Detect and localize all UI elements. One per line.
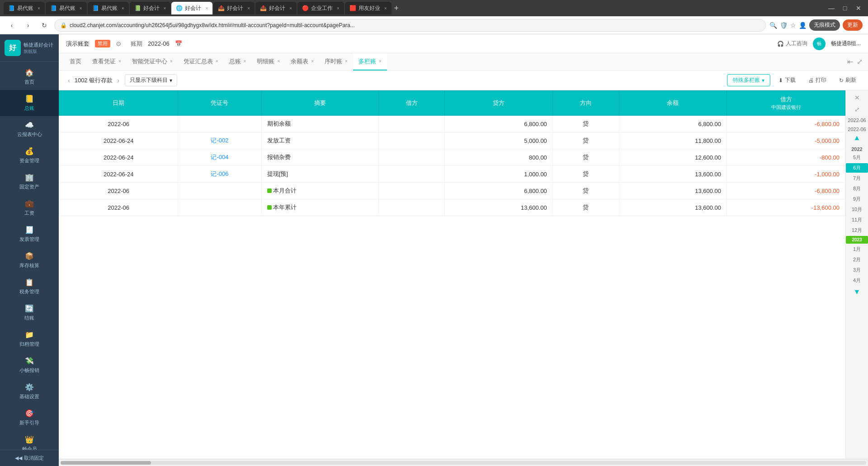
sidebar-item-cloud-report[interactable]: ☁️ 云报表中心 bbox=[0, 116, 59, 142]
tab-smart-voucher[interactable]: 智能凭证中心 × bbox=[127, 53, 178, 71]
scroll-up-button[interactable]: ▲ bbox=[854, 134, 861, 142]
month-item-jul[interactable]: 7月 bbox=[846, 174, 868, 183]
sidebar-item-tax[interactable]: 📋 税务管理 bbox=[0, 273, 59, 300]
scrollbar-thumb[interactable] bbox=[61, 461, 151, 465]
download-button[interactable]: ⬇ 下载 bbox=[774, 75, 800, 86]
sidebar-item-payroll[interactable]: 💼 工资 bbox=[0, 195, 59, 221]
top-bar: 演示账套 禁用 ⚙ 账期 2022-06 📅 🎧 人工咨询 畅 畅捷通B组... bbox=[59, 34, 868, 53]
month-item-jan[interactable]: 1月 bbox=[846, 245, 868, 254]
tab-sequence-ledger-close[interactable]: × bbox=[345, 59, 348, 64]
app-layout: 好 畅捷通好会计 旗舰版 🏠 首页 📒 总账 ☁️ 云报表中心 💰 资金管理 bbox=[0, 34, 868, 466]
print-button[interactable]: 🖨 打印 bbox=[804, 75, 831, 86]
cell-direction: 贷 bbox=[552, 166, 619, 183]
voucher-link[interactable]: 记-006 bbox=[211, 170, 228, 177]
new-tab-button[interactable]: + bbox=[394, 4, 399, 13]
cell-direction: 贷 bbox=[552, 149, 619, 166]
cell-debit-ccb: -5,000.00 bbox=[727, 132, 845, 149]
tab-multi-col[interactable]: 多栏账 × bbox=[353, 53, 387, 71]
month-item-aug[interactable]: 8月 bbox=[846, 184, 868, 193]
tab-balance-sheet[interactable]: 余额表 × bbox=[285, 53, 319, 71]
tab-balance-sheet-close[interactable]: × bbox=[311, 59, 314, 64]
tab-actions: ⇤ ⤢ bbox=[847, 57, 863, 66]
sidebar-item-closing[interactable]: 🔄 结账 bbox=[0, 300, 59, 326]
tab-detail-ledger[interactable]: 明细账 × bbox=[251, 53, 285, 71]
sidebar-item-inventory[interactable]: 📦 库存核算 bbox=[0, 247, 59, 273]
tab-yidaizhang-3[interactable]: 📘 易代账 × bbox=[88, 2, 129, 14]
tab-smart-voucher-close[interactable]: × bbox=[170, 59, 173, 64]
tab-haohuiji-1[interactable]: 📗 好会计 × bbox=[130, 2, 171, 14]
tab-voucher-summary-close[interactable]: × bbox=[216, 59, 218, 64]
collapse-tabs-button[interactable]: ⇤ bbox=[847, 57, 853, 66]
tab-home[interactable]: 首页 bbox=[64, 53, 87, 71]
incognito-button[interactable]: 无痕模式 bbox=[809, 19, 840, 31]
search-icon[interactable]: 🔍 bbox=[769, 22, 777, 29]
tab-multi-col-close[interactable]: × bbox=[379, 59, 382, 64]
tab-view-voucher[interactable]: 查看凭证 × bbox=[87, 53, 127, 71]
reload-button[interactable]: ↻ bbox=[38, 19, 51, 32]
shield-icon[interactable]: 🛡️ bbox=[780, 22, 788, 29]
month-item-may[interactable]: 5月 bbox=[846, 153, 868, 162]
voucher-link[interactable]: 记-004 bbox=[211, 154, 228, 160]
tab-detail-ledger-close[interactable]: × bbox=[277, 59, 280, 64]
url-bar[interactable]: 🔒 cloud2.chanjet.com/accounting/uh26t264… bbox=[54, 19, 766, 32]
tab-enterprise[interactable]: 🔴 企业工作 × bbox=[297, 2, 344, 14]
expand-tabs-button[interactable]: ⤢ bbox=[857, 57, 863, 66]
multi-col-button[interactable]: 特殊多栏账 ▾ bbox=[727, 74, 770, 86]
cell-date: 2022-06-24 bbox=[59, 149, 178, 166]
tab-yidaizhang-1[interactable]: 📘 易代账 × bbox=[4, 2, 45, 14]
minimize-button[interactable]: — bbox=[826, 2, 837, 14]
tab-sequence-ledger[interactable]: 序时账 × bbox=[319, 53, 353, 71]
scroll-down-button[interactable]: ▼ bbox=[854, 288, 861, 296]
sidebar-item-settings[interactable]: ⚙️ 基础设置 bbox=[0, 378, 59, 405]
update-button[interactable]: 更新 bbox=[843, 19, 863, 31]
tab-yidaizhang-2[interactable]: 📘 易代账 × bbox=[46, 2, 87, 14]
account-settings-icon[interactable]: ⚙ bbox=[116, 40, 122, 47]
month-item-jun[interactable]: 6月 bbox=[846, 163, 868, 173]
sidebar-item-ledger[interactable]: 📒 总账 bbox=[0, 90, 59, 116]
consultant-button[interactable]: 🎧 人工咨询 bbox=[777, 40, 807, 47]
month-item-nov[interactable]: 11月 bbox=[846, 215, 868, 225]
sidebar-item-fixed-assets[interactable]: 🏢 固定资产 bbox=[0, 169, 59, 195]
sidebar-item-guide[interactable]: 🎯 新手引导 bbox=[0, 405, 59, 431]
back-button[interactable]: ‹ bbox=[5, 19, 18, 32]
month-item-mar[interactable]: 3月 bbox=[846, 265, 868, 275]
tab-yonyou[interactable]: 🟥 用友好业 × bbox=[345, 2, 392, 14]
profile-icon[interactable]: 👤 bbox=[799, 22, 807, 29]
month-item-dec[interactable]: 12月 bbox=[846, 226, 868, 235]
tab-haohuiji-4[interactable]: 📤 好会计 × bbox=[255, 2, 297, 14]
sidebar-label-invoice: 发票管理 bbox=[19, 236, 39, 243]
forward-button[interactable]: › bbox=[22, 19, 34, 32]
cell-direction: 贷 bbox=[552, 116, 619, 132]
refresh-button[interactable]: ↻ 刷新 bbox=[835, 75, 861, 86]
prev-account-button[interactable]: ‹ bbox=[66, 76, 72, 85]
next-account-button[interactable]: › bbox=[115, 76, 121, 85]
close-panel-button[interactable]: ✕ bbox=[853, 92, 862, 103]
month-item-sep[interactable]: 9月 bbox=[846, 194, 868, 204]
month-item-apr[interactable]: 4月 bbox=[846, 276, 868, 285]
sidebar-item-invoice[interactable]: 🧾 发票管理 bbox=[0, 221, 59, 247]
sidebar-item-home[interactable]: 🏠 首页 bbox=[0, 64, 59, 90]
month-item-feb[interactable]: 2月 bbox=[846, 255, 868, 264]
unpin-button[interactable]: ◀◀ 取消固定 bbox=[0, 450, 59, 466]
star-icon[interactable]: ☆ bbox=[790, 22, 796, 29]
tab-general-ledger[interactable]: 总账 × bbox=[224, 53, 252, 71]
tab-voucher-summary[interactable]: 凭证汇总表 × bbox=[178, 53, 224, 71]
close-window-button[interactable]: ✕ bbox=[853, 2, 864, 14]
tab-haohuiji-3[interactable]: 📤 好会计 × bbox=[213, 2, 255, 14]
sidebar-item-expense[interactable]: 💸 小畅报销 bbox=[0, 352, 59, 378]
expand-panel-button[interactable]: ⤢ bbox=[853, 104, 862, 115]
tab-view-voucher-close[interactable]: × bbox=[118, 59, 121, 64]
sidebar-item-funds[interactable]: 💰 资金管理 bbox=[0, 142, 59, 169]
month-item-oct[interactable]: 10月 bbox=[846, 205, 868, 214]
cell-balance: 12,600.00 bbox=[619, 149, 726, 166]
voucher-link[interactable]: 记-002 bbox=[211, 137, 228, 144]
filter-dropdown[interactable]: 只显示下级科目 ▾ bbox=[125, 74, 177, 86]
tab-haohuiji-active[interactable]: 🌐 好会计 × bbox=[171, 2, 212, 14]
sidebar-item-archive[interactable]: 📁 归档管理 bbox=[0, 326, 59, 352]
calendar-icon[interactable]: 📅 bbox=[175, 40, 182, 47]
tab-general-ledger-close[interactable]: × bbox=[244, 59, 246, 64]
maximize-button[interactable]: □ bbox=[839, 2, 851, 14]
cell-credit: 5,000.00 bbox=[445, 132, 552, 149]
horizontal-scrollbar[interactable] bbox=[61, 461, 866, 465]
sidebar-item-vip[interactable]: 👑 畅会员 bbox=[0, 431, 59, 450]
